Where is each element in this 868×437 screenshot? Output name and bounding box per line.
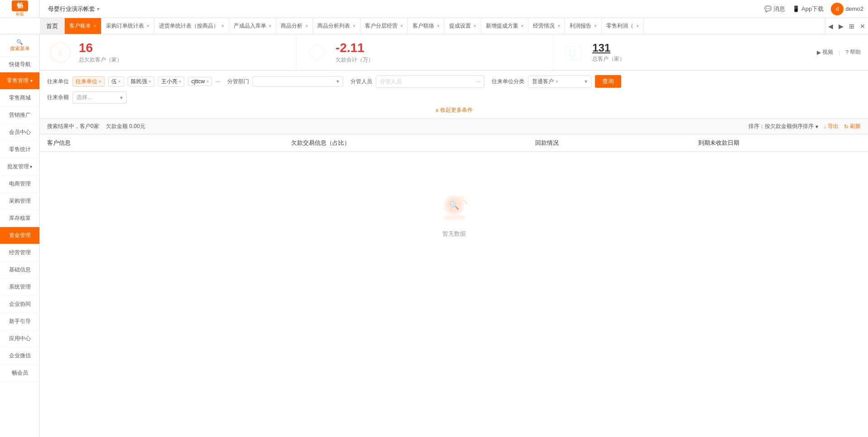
- svg-rect-5: [573, 49, 576, 52]
- tab-nav-prev-icon[interactable]: ◀: [825, 23, 836, 30]
- sidebar-item-retail-management[interactable]: 零售管理 ▾: [0, 72, 39, 90]
- category-dropdown-arrow-icon: ▾: [585, 78, 587, 85]
- tab-retail-profit[interactable]: 零售利润（ ×: [602, 18, 644, 34]
- tab-customer-contact[interactable]: 客户联络 ×: [408, 18, 445, 34]
- tab-profit-report[interactable]: 利润报告 ×: [565, 18, 602, 34]
- tab-customer-account[interactable]: 客户账本 ×: [65, 18, 101, 34]
- filter-tag-unit-all[interactable]: 往来单位 ×: [72, 76, 105, 87]
- collapse-filter-btn[interactable]: ∧ 收起更多条件: [435, 106, 473, 114]
- dept-filter-select[interactable]: ▾: [253, 76, 343, 87]
- sidebar-quick-nav[interactable]: 快捷导航: [0, 57, 39, 72]
- col-debt-info: 欠款交易信息（占比）: [291, 139, 535, 147]
- stat-currency-icon: ¥: [49, 41, 72, 64]
- filter-tag-wang[interactable]: 王小亮 ×: [158, 76, 185, 87]
- result-actions: 排序：按欠款金额倒序排序 ▾ ↓ 导出 ↻ 刷新: [748, 123, 861, 130]
- query-button[interactable]: 查询: [595, 75, 621, 88]
- sidebar-item-marketing[interactable]: 营销推广: [0, 107, 39, 124]
- sidebar-item-system[interactable]: 系统管理: [0, 279, 39, 296]
- tab-customer-layer[interactable]: 客户分层经营 ×: [360, 18, 408, 34]
- nav-tabs-bar: 首页 客户账本 × 采购订单统计表 × 进货单统计表（按商品） × 产成品入库单…: [0, 18, 868, 34]
- filter-area: 往来单位 往来单位 × 伍 × 陈民强 × 王小亮 × c: [40, 71, 868, 119]
- person-filter-input[interactable]: 分管人员 ···: [376, 76, 484, 88]
- logo-area: 畅 标版: [0, 0, 40, 18]
- tab-close-icon[interactable]: ×: [437, 24, 440, 28]
- tab-nav-close-all-icon[interactable]: ✕: [857, 23, 868, 30]
- tab-goods-analysis[interactable]: 商品分析 ×: [276, 18, 313, 34]
- category-tag-remove-icon[interactable]: ×: [556, 79, 558, 84]
- tab-close-icon[interactable]: ×: [594, 24, 597, 28]
- tab-close-icon[interactable]: ×: [221, 24, 224, 28]
- stats-bar: ¥ 16 总欠款客户（家） -2.11 欠款合计（万）: [40, 34, 868, 71]
- user-menu[interactable]: d demo2: [831, 3, 863, 15]
- app-download-btn[interactable]: 📱 App下载: [792, 5, 824, 13]
- tab-purchase-stat[interactable]: 采购订单统计表 ×: [101, 18, 154, 34]
- unit-filter-label: 往来单位: [47, 78, 69, 86]
- filter-tag-remove-icon[interactable]: ×: [99, 79, 101, 84]
- message-btn[interactable]: 💬 消息: [764, 5, 785, 13]
- help-btn[interactable]: ? 帮助: [845, 48, 861, 56]
- sidebar-item-member-center[interactable]: 会员中心: [0, 124, 39, 141]
- sidebar-item-wechat[interactable]: 企业微信: [0, 347, 39, 365]
- stat-total-customers: 131 总客户（家）: [553, 34, 810, 70]
- sidebar-item-guide[interactable]: 新手引导: [0, 313, 39, 330]
- sidebar-item-member[interactable]: 畅会员: [0, 365, 39, 382]
- category-filter-select[interactable]: 普通客户 × ▾: [528, 76, 591, 88]
- filter-tag-wu[interactable]: 伍 ×: [108, 76, 124, 87]
- tab-nav-next-icon[interactable]: ▶: [836, 23, 846, 30]
- video-btn[interactable]: ▶ 视频: [817, 48, 833, 56]
- filter-tag-remove-icon[interactable]: ×: [179, 79, 182, 84]
- tab-goods-analysis-list[interactable]: 商品分析列表 ×: [313, 18, 360, 34]
- tab-close-icon[interactable]: ×: [400, 24, 403, 28]
- filter-tag-remove-icon[interactable]: ×: [118, 79, 121, 84]
- export-btn[interactable]: ↓ 导出: [824, 123, 839, 130]
- store-selector[interactable]: 母婴行业演示帐套 ▾: [44, 5, 103, 13]
- balance-filter-label: 往来余额: [47, 94, 69, 101]
- tab-purchase-goods-stat[interactable]: 进货单统计表（按商品） ×: [154, 18, 229, 34]
- tab-close-icon[interactable]: ×: [521, 24, 524, 28]
- tab-close-icon[interactable]: ×: [557, 24, 560, 28]
- sidebar-item-app-center[interactable]: 应用中心: [0, 330, 39, 347]
- tab-commission-setting[interactable]: 提成设置 ×: [445, 18, 481, 34]
- svg-marker-2: [308, 43, 326, 62]
- sort-btn[interactable]: 排序：按欠款金额倒序排序 ▾: [748, 123, 818, 130]
- tab-close-icon[interactable]: ×: [305, 24, 308, 28]
- sidebar-item-ecommerce[interactable]: 电商管理: [0, 176, 39, 193]
- filter-tag-cjttcw[interactable]: cjttcw ×: [188, 77, 212, 86]
- sidebar-item-finance[interactable]: 资金管理: [0, 227, 39, 244]
- balance-filter-select[interactable]: 选择... ▾: [72, 91, 127, 104]
- tab-home[interactable]: 首页: [40, 18, 65, 34]
- refresh-icon: ↻: [844, 124, 849, 130]
- tab-nav-expand-icon[interactable]: ⊞: [846, 23, 857, 30]
- tab-add-commission[interactable]: 新增提成方案 ×: [481, 18, 529, 34]
- tab-close-icon[interactable]: ×: [474, 24, 476, 28]
- tab-finished-goods[interactable]: 产成品入库单 ×: [229, 18, 277, 34]
- sidebar-search[interactable]: 🔍 搜索菜单: [0, 34, 39, 57]
- sidebar-item-wholesale[interactable]: 批发管理▾: [0, 158, 39, 176]
- empty-state-icon: 🔍: [436, 188, 472, 224]
- tab-close-icon[interactable]: ×: [94, 24, 96, 28]
- sidebar-wholesale-arrow-icon: ▾: [30, 164, 32, 169]
- filter-tag-remove-icon[interactable]: ×: [149, 79, 151, 84]
- sidebar-item-inventory[interactable]: 库存核算: [0, 210, 39, 227]
- sidebar-item-operations[interactable]: 经营管理: [0, 244, 39, 261]
- sidebar-item-retail-mall[interactable]: 零售商城: [0, 90, 39, 107]
- category-filter-label: 往来单位分类: [492, 78, 524, 86]
- svg-rect-8: [571, 57, 574, 60]
- tab-close-icon[interactable]: ×: [353, 24, 355, 28]
- sort-arrow-icon: ▾: [815, 124, 818, 130]
- person-more-icon[interactable]: ···: [476, 78, 480, 85]
- refresh-btn[interactable]: ↻ 刷新: [844, 123, 861, 130]
- filter-tag-chen[interactable]: 陈民强 ×: [128, 76, 154, 87]
- tab-close-icon[interactable]: ×: [636, 24, 639, 28]
- stat-building-icon: [562, 41, 585, 64]
- sidebar-item-purchase[interactable]: 采购管理: [0, 193, 39, 210]
- tab-close-icon[interactable]: ×: [269, 24, 272, 28]
- sidebar-item-retail-stats[interactable]: 零售统计: [0, 141, 39, 158]
- tab-business-status[interactable]: 经营情况 ×: [528, 18, 565, 34]
- person-filter-label: 分管人员: [350, 78, 372, 86]
- tab-close-icon[interactable]: ×: [147, 24, 149, 28]
- sidebar-item-enterprise[interactable]: 企业协同: [0, 296, 39, 313]
- filter-more-tags-btn[interactable]: ···: [216, 78, 220, 85]
- sidebar-item-basic-info[interactable]: 基础信息: [0, 261, 39, 279]
- filter-tag-remove-icon[interactable]: ×: [206, 79, 209, 84]
